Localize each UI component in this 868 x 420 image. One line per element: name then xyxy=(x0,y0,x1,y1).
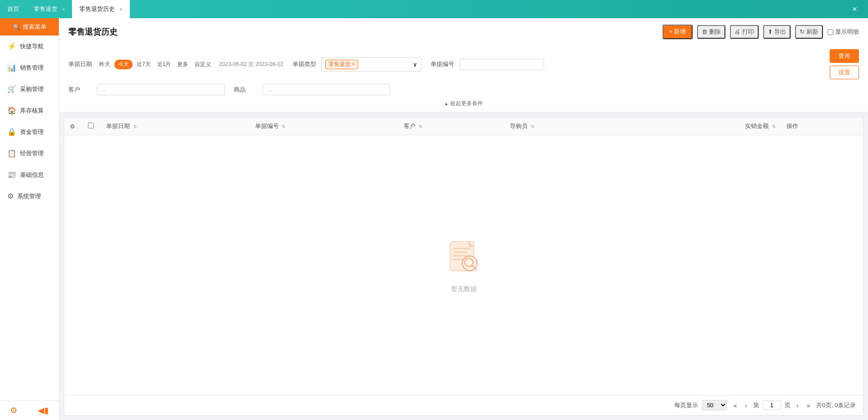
voucher-type-select-arrow: ∨ xyxy=(413,61,417,68)
date-option-1month[interactable]: 近1月 xyxy=(155,60,174,69)
customer-ellipsis: ... xyxy=(102,86,107,93)
date-filter-label: 单据日期 xyxy=(68,60,93,68)
voucher-type-tag: 零售退货 × xyxy=(325,60,358,69)
empty-text: 暂无数据 xyxy=(451,285,477,293)
tab-retail-return-label: 零售退货 xyxy=(34,5,57,13)
th-customer-sort: ⇅ xyxy=(419,124,422,129)
goods-input[interactable]: ... xyxy=(262,84,390,95)
new-button[interactable]: + 新增 xyxy=(663,25,692,39)
total-label: 共0页, 0条记录 xyxy=(816,401,856,410)
tab-retail-return-history[interactable]: 零售退货历史 × xyxy=(72,0,129,18)
settings-button[interactable]: 设置 xyxy=(830,66,859,79)
tab-retail-return-close[interactable]: × xyxy=(62,6,65,12)
sidebar-item-inventory-check[interactable]: 🏠 库存核算 xyxy=(0,100,59,121)
voucher-type-tag-close[interactable]: × xyxy=(352,61,355,67)
th-date-label: 单据日期 xyxy=(106,123,130,129)
sidebar-menu: ⚡ 快捷导航 📊 销售管理 🛒 采购管理 🏠 库存核算 🔒 资金管理 📋 xyxy=(0,36,59,400)
table-header-row: ⚙ 单据日期 ⇅ 单据编号 ⇅ xyxy=(64,118,863,135)
sales-icon: 📊 xyxy=(7,63,16,72)
th-date[interactable]: 单据日期 ⇅ xyxy=(101,118,250,135)
tab-home[interactable]: 首页 xyxy=(0,0,26,18)
sidebar-item-purchase-mgmt[interactable]: 🛒 采购管理 xyxy=(0,78,59,100)
tab-list: 首页 零售退货 × 零售退货历史 × xyxy=(0,0,848,18)
sidebar-item-system-mgmt[interactable]: ⚙ 系统管理 xyxy=(0,185,59,207)
sidebar-item-quick-nav-label: 快捷导航 xyxy=(20,42,44,51)
page-size-select[interactable]: 10 20 50 100 xyxy=(702,400,727,410)
goods-label: 商品 xyxy=(234,86,259,94)
display-toggle-text: 显示明细 xyxy=(835,28,859,36)
date-option-yesterday[interactable]: 昨天 xyxy=(97,60,113,69)
main-layout: 🔍 搜索菜单 ⚡ 快捷导航 📊 销售管理 🛒 采购管理 🏠 库存核算 🔒 xyxy=(0,18,868,420)
voucher-type-select[interactable]: 零售退货 × ∨ xyxy=(321,57,421,72)
empty-state: 暂无数据 xyxy=(64,135,863,395)
date-range-display: 2023-06-02 至 2023-06-02 xyxy=(219,61,283,68)
th-guide-label: 导购员 xyxy=(510,123,528,129)
sidebar-item-purchase-label: 采购管理 xyxy=(20,85,44,93)
voucher-no-label: 单据编号 xyxy=(431,60,456,68)
tab-retail-return[interactable]: 零售退货 × xyxy=(26,0,72,18)
sidebar-item-finance-label: 资金管理 xyxy=(20,128,44,136)
sidebar-music-icon[interactable]: ◀▮ xyxy=(38,405,49,415)
page-size-label: 每页显示 xyxy=(674,401,698,410)
date-options: 昨天 今天 近7天 近1月 更多 自定义 xyxy=(97,60,213,69)
th-amount[interactable]: 实销金额 ⇅ xyxy=(632,118,781,135)
date-option-7days[interactable]: 近7天 xyxy=(134,60,153,69)
sidebar-item-finance-mgmt[interactable]: 🔒 资金管理 xyxy=(0,121,59,143)
first-page-button[interactable]: « xyxy=(731,401,739,410)
date-option-more[interactable]: 更多 xyxy=(175,60,190,69)
select-all-checkbox[interactable] xyxy=(88,123,94,128)
display-toggle-checkbox[interactable] xyxy=(827,29,833,35)
customer-input[interactable]: ... xyxy=(97,84,225,95)
table-container: ⚙ 单据日期 ⇅ 单据编号 ⇅ xyxy=(64,117,863,415)
date-option-custom[interactable]: 自定义 xyxy=(192,60,213,69)
sidebar-item-quick-nav[interactable]: ⚡ 快捷导航 xyxy=(0,36,59,57)
filter-date-item: 单据日期 昨天 今天 近7天 近1月 更多 自定义 2023-06-02 至 2… xyxy=(68,60,283,69)
sidebar-item-sales-mgmt[interactable]: 📊 销售管理 xyxy=(0,57,59,78)
last-page-button[interactable]: » xyxy=(805,401,813,410)
sidebar-settings-icon[interactable]: ⚙ xyxy=(10,405,17,415)
export-button[interactable]: ⬆ 导出 xyxy=(763,25,791,39)
top-bar: 首页 零售退货 × 零售退货历史 × × xyxy=(0,0,868,18)
sidebar-item-sales-label: 销售管理 xyxy=(20,64,44,72)
collapse-arrow-icon: ▲ xyxy=(444,101,449,106)
sidebar-item-operations-mgmt[interactable]: 📋 经营管理 xyxy=(0,143,59,164)
date-option-today[interactable]: 今天 xyxy=(114,60,133,69)
empty-doc-svg xyxy=(443,237,484,278)
refresh-button[interactable]: ↻ 刷新 xyxy=(795,25,823,39)
filter-voucher-no-item: 单据编号 xyxy=(431,59,544,70)
th-no[interactable]: 单据编号 ⇅ xyxy=(250,118,399,135)
page-label: 页 xyxy=(785,401,791,410)
query-button[interactable]: 查询 xyxy=(830,49,859,63)
th-guide[interactable]: 导购员 ⇅ xyxy=(504,118,632,135)
empty-icon xyxy=(443,237,484,278)
current-page-input[interactable] xyxy=(763,400,781,410)
delete-button[interactable]: 🗑 删除 xyxy=(697,25,726,39)
prev-page-button[interactable]: ‹ xyxy=(743,401,750,410)
filter-goods-item: 商品 ... xyxy=(234,84,390,95)
tab-home-label: 首页 xyxy=(7,5,19,13)
print-button[interactable]: 🖨 打印 xyxy=(730,25,759,39)
collapse-filter-button[interactable]: ▲ 收起更多条件 xyxy=(68,100,859,108)
sidebar-item-basic-info-label: 基础信息 xyxy=(20,171,44,179)
pagination-bar: 每页显示 10 20 50 100 « ‹ 第 页 › » 共0页, 0条记录 xyxy=(64,395,863,415)
th-customer[interactable]: 客户 ⇅ xyxy=(398,118,504,135)
sidebar-search-button[interactable]: 🔍 搜索菜单 xyxy=(0,18,59,36)
svg-rect-1 xyxy=(453,248,471,249)
table-settings-icon[interactable]: ⚙ xyxy=(70,123,75,130)
page-label-pre: 第 xyxy=(753,401,759,410)
voucher-type-tag-label: 零售退货 xyxy=(329,61,350,68)
table-settings-header: ⚙ xyxy=(64,118,82,135)
window-close-button[interactable]: × xyxy=(848,5,861,14)
page-title: 零售退货历史 xyxy=(68,26,118,37)
th-no-sort: ⇅ xyxy=(282,124,285,129)
quick-nav-icon: ⚡ xyxy=(7,42,16,51)
next-page-button[interactable]: › xyxy=(794,401,801,410)
tab-retail-return-history-close[interactable]: × xyxy=(119,6,122,12)
tab-retail-return-history-label: 零售退货历史 xyxy=(79,5,115,13)
voucher-no-input[interactable] xyxy=(459,59,544,70)
goods-ellipsis: ... xyxy=(267,86,272,93)
sidebar-item-basic-info[interactable]: 📰 基础信息 xyxy=(0,164,59,185)
operations-icon: 📋 xyxy=(7,149,16,158)
inventory-icon: 🏠 xyxy=(7,106,16,115)
system-icon: ⚙ xyxy=(7,192,14,200)
